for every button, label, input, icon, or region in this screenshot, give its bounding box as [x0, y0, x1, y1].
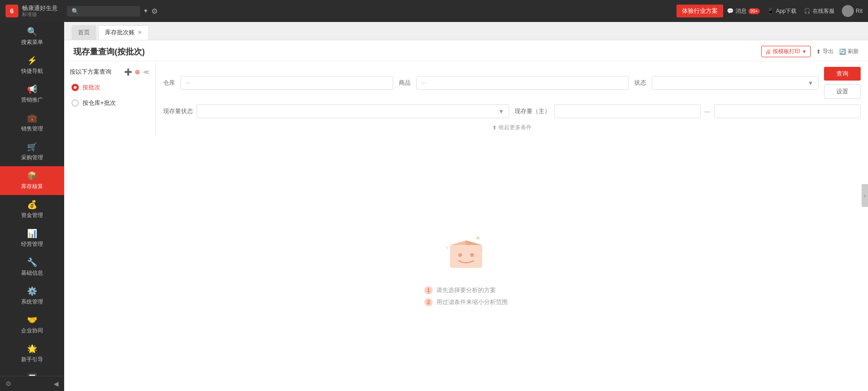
filter-actions: 查询 设置 [824, 67, 861, 99]
online-service-item[interactable]: 🎧 在线客服 [804, 7, 835, 15]
svg-point-4 [470, 253, 474, 257]
qty-dash: — [704, 108, 710, 115]
product-input[interactable]: ··· [416, 76, 629, 90]
settings-icon[interactable]: ⚙ [151, 7, 158, 16]
empty-hint-2: 2 用过滤条件来缩小分析范围 [424, 298, 508, 306]
hint-num-2: 2 [424, 298, 433, 306]
sidebar-collapse-icon[interactable]: ◀ [54, 380, 59, 387]
page-header-actions: 🖨 按模板打印 ▼ ⬆ 导出 🔄 刷新 [761, 46, 859, 57]
product-placeholder: ··· [421, 80, 426, 86]
newbie-icon: 🌟 [27, 344, 37, 354]
sidebar-item-apps[interactable]: 🔲 应用中心 [0, 368, 64, 376]
status-label: 状态 [634, 79, 648, 87]
sidebar-bottom: ⚙ ◀ [0, 376, 64, 391]
sidebar-item-finance[interactable]: 💰 资金管理 [0, 195, 64, 224]
messages-badge: 99+ [748, 8, 760, 14]
right-panel-arrow: › [864, 193, 865, 198]
sidebar-settings-icon[interactable]: ⚙ [5, 380, 11, 387]
sidebar-item-label: 采购管理 [21, 154, 43, 162]
app-logo: 6 [5, 5, 18, 17]
tabbar: 首页 库存批次账 ✕ [64, 22, 868, 40]
trial-button[interactable]: 体验行业方案 [676, 5, 723, 17]
qty-min-input[interactable] [554, 104, 701, 118]
content-area: 首页 库存批次账 ✕ 现存量查询(按批次) 🖨 按模板打印 ▼ [64, 22, 868, 391]
topbar-right: 💬 消息 99+ 📱 App下载 🎧 在线客服 Rit [727, 5, 863, 17]
svg-point-3 [458, 253, 462, 257]
export-button[interactable]: ⬆ 导出 [816, 48, 834, 55]
add-scheme-icon[interactable]: ➕ [124, 68, 132, 76]
search-menu-icon: 🔍 [27, 27, 37, 37]
query-button[interactable]: 查询 [824, 67, 861, 81]
sidebar-item-operations[interactable]: 📊 经营管理 [0, 224, 64, 253]
sidebar-item-basic-info[interactable]: 🔧 基础信息 [0, 253, 64, 282]
filter-group-warehouse: 仓库 ··· [163, 76, 393, 90]
app-download-item[interactable]: 📱 App下载 [767, 7, 797, 15]
sidebar-item-inventory[interactable]: 📦 库存核算 [0, 166, 64, 195]
tab-inventory-batch[interactable]: 库存批次账 ✕ [98, 25, 149, 40]
messages-item[interactable]: 💬 消息 99+ [727, 7, 760, 15]
sidebar-item-newbie[interactable]: 🌟 新手引导 [0, 339, 64, 368]
hint-num-1: 1 [424, 286, 433, 294]
search-bar[interactable]: 🔍 [67, 6, 140, 16]
phone-icon: 📱 [767, 8, 774, 14]
tab-home[interactable]: 首页 [71, 25, 96, 40]
status-dropdown-icon: ▼ [808, 80, 813, 87]
qty-max-input[interactable] [714, 104, 861, 118]
sidebar-item-sales[interactable]: 💼 销售管理 [0, 109, 64, 137]
filter-group-qty: 现存量（主） — [515, 104, 861, 118]
scheme-item-label: 按批次 [82, 83, 100, 92]
tab-close-icon[interactable]: ✕ [137, 29, 142, 36]
status-select[interactable]: ▼ [652, 76, 819, 90]
apps-icon: 🔲 [27, 373, 37, 376]
empty-hint-1: 1 请先选择要分析的方案 [424, 286, 508, 294]
page-inner: 现存量查询(按批次) 🖨 按模板打印 ▼ ⬆ 导出 🔄 [64, 40, 868, 391]
sidebar-item-system[interactable]: ⚙️ 系统管理 [0, 282, 64, 310]
inventory-status-select[interactable]: ▼ [197, 104, 509, 118]
sidebar-item-label: 销售管理 [21, 125, 43, 133]
settings-filter-button[interactable]: 设置 [824, 84, 861, 99]
sidebar-item-label: 基础信息 [21, 269, 43, 277]
product-label: 商品 [399, 79, 412, 87]
print-icon: 🖨 [765, 49, 771, 55]
quick-nav-icon: ⚡ [27, 55, 37, 65]
warehouse-label: 仓库 [163, 79, 177, 87]
sidebar-item-quick-nav[interactable]: ⚡ 快捷导航 [0, 51, 64, 80]
refresh-button[interactable]: 🔄 刷新 [839, 48, 859, 55]
scheme-item-batch[interactable]: 按批次 [64, 80, 155, 95]
sidebar-item-label: 系统管理 [21, 298, 43, 306]
settings-scheme-icon[interactable]: ⊕ [135, 68, 140, 76]
scheme-panel-header: 按以下方案查询 ➕ ⊕ ≪ [64, 66, 155, 80]
user-avatar-item[interactable]: Rit [842, 5, 863, 17]
sidebar-item-search[interactable]: 🔍 搜索菜单 [0, 22, 64, 51]
qty-label: 现存量（主） [515, 107, 550, 115]
search-dropdown-icon[interactable]: ▼ [143, 8, 148, 14]
sidebar-item-enterprise[interactable]: 🤝 企业协同 [0, 310, 64, 339]
message-icon: 💬 [727, 8, 734, 14]
scheme-panel-icons: ➕ ⊕ ≪ [124, 68, 150, 76]
right-panel-toggle[interactable]: › [862, 184, 868, 207]
finance-icon: 💰 [27, 200, 37, 210]
print-button[interactable]: 🖨 按模板打印 ▼ [761, 46, 811, 57]
print-dropdown-icon: ▼ [802, 49, 807, 54]
sidebar-item-marketing[interactable]: 📢 营销推广 [0, 80, 64, 109]
scheme-item-warehouse-batch[interactable]: 按仓库+批次 [64, 95, 155, 111]
sidebar-item-purchase[interactable]: 🛒 采购管理 [0, 137, 64, 166]
svg-rect-0 [450, 245, 482, 268]
tab-home-label: 首页 [78, 28, 90, 37]
sidebar-item-label: 库存核算 [21, 183, 43, 190]
empty-hints: 1 请先选择要分析的方案 2 用过滤条件来缩小分析范围 [424, 286, 508, 306]
filter-row-1: 仓库 ··· 商品 ··· [163, 67, 861, 99]
filter-group-product: 商品 ··· [399, 76, 629, 90]
marketing-icon: 📢 [27, 84, 37, 94]
inventory-icon: 📦 [27, 171, 37, 181]
sidebar-scroll: 🔍 搜索菜单 ⚡ 快捷导航 📢 营销推广 💼 销售管理 🛒 采购管理 📦 [0, 22, 64, 376]
page: 现存量查询(按批次) 🖨 按模板打印 ▼ ⬆ 导出 🔄 [64, 40, 868, 391]
operations-icon: 📊 [27, 228, 37, 239]
warehouse-input[interactable]: ··· [181, 76, 393, 90]
page-header: 现存量查询(按批次) 🖨 按模板打印 ▼ ⬆ 导出 🔄 [64, 40, 868, 61]
avatar [842, 5, 854, 17]
collapse-scheme-icon[interactable]: ≪ [143, 68, 150, 76]
scheme-item-label: 按仓库+批次 [82, 99, 116, 107]
sidebar-item-label: 营销推广 [21, 96, 43, 104]
collapse-filter-button[interactable]: ⬆ 收起更多条件 [163, 124, 861, 131]
